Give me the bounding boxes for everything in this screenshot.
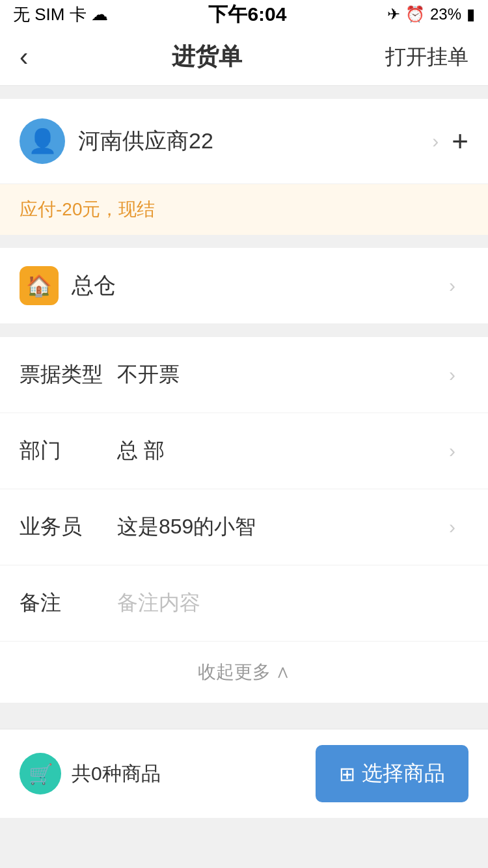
alarm-icon: ⏰: [405, 5, 425, 23]
supplier-row[interactable]: 👤 河南供应商22 › +: [0, 99, 488, 184]
sales-label: 业务员: [20, 513, 111, 541]
dept-label: 部门: [20, 437, 111, 465]
warehouse-icon: 🏠: [20, 266, 59, 305]
warehouse-row[interactable]: 🏠 总仓 ›: [0, 248, 488, 323]
section-gap-3: [0, 323, 488, 336]
avatar-icon: 👤: [28, 128, 57, 155]
collapse-row[interactable]: 收起更多 ∧: [0, 641, 488, 703]
back-button[interactable]: ‹: [20, 42, 28, 72]
invoice-value: 不开票: [111, 360, 449, 389]
supplier-section: 👤 河南供应商22 › + 应付-20元，现结: [0, 99, 488, 235]
sim-label: 无 SIM 卡 ☁: [13, 3, 108, 26]
battery-icon: ▮: [467, 5, 475, 23]
supplier-chevron-icon: ›: [432, 130, 439, 152]
remark-label: 备注: [20, 589, 111, 617]
section-gap-2: [0, 235, 488, 248]
dept-value: 总 部: [111, 437, 449, 465]
add-button[interactable]: +: [452, 127, 468, 156]
bag-icon: 🛒: [29, 763, 53, 785]
form-section: 票据类型 不开票 › 部门 总 部 › 业务员 这是859的小智 › 备注 备注…: [0, 336, 488, 703]
page-content-fill: [0, 818, 488, 868]
product-count: 共0种商品: [72, 761, 161, 787]
status-left: 无 SIM 卡 ☁: [13, 3, 108, 26]
warehouse-label: 总仓: [72, 271, 449, 301]
select-btn-label: 选择商品: [362, 759, 445, 788]
open-pending-button[interactable]: 打开挂单: [385, 43, 468, 72]
nav-bar: ‹ 进货单 打开挂单: [0, 29, 488, 86]
battery-label: 23%: [430, 5, 461, 23]
dept-chevron-icon: ›: [449, 440, 455, 462]
product-icon: 🛒: [20, 753, 61, 794]
section-gap-1: [0, 86, 488, 99]
remark-input[interactable]: 备注内容: [111, 589, 468, 617]
status-bar: 无 SIM 卡 ☁ 下午6:04 ✈ ⏰ 23% ▮: [0, 0, 488, 29]
house-icon: 🏠: [26, 273, 52, 298]
warehouse-section: 🏠 总仓 ›: [0, 248, 488, 323]
sales-row[interactable]: 业务员 这是859的小智 ›: [0, 489, 488, 565]
sales-chevron-icon: ›: [449, 516, 455, 538]
invoice-chevron-icon: ›: [449, 364, 455, 386]
warehouse-chevron-icon: ›: [449, 275, 455, 297]
section-gap-4: [0, 703, 488, 716]
remark-row[interactable]: 备注 备注内容: [0, 565, 488, 641]
select-icon: ⊞: [339, 763, 355, 785]
location-icon: ✈: [387, 5, 400, 23]
sales-value: 这是859的小智: [111, 513, 449, 541]
page-title: 进货单: [172, 41, 242, 73]
status-right: ✈ ⏰ 23% ▮: [387, 5, 475, 23]
supplier-avatar: 👤: [20, 118, 65, 164]
product-count-area: 🛒 共0种商品: [20, 753, 161, 794]
invoice-row[interactable]: 票据类型 不开票 ›: [0, 336, 488, 413]
dept-row[interactable]: 部门 总 部 ›: [0, 413, 488, 489]
supplier-name: 河南供应商22: [78, 126, 432, 156]
status-time: 下午6:04: [208, 1, 286, 28]
notice-row: 应付-20元，现结: [0, 184, 488, 235]
invoice-label: 票据类型: [20, 360, 111, 389]
bottom-bar: 🛒 共0种商品 ⊞ 选择商品: [0, 729, 488, 818]
select-product-button[interactable]: ⊞ 选择商品: [316, 745, 468, 802]
